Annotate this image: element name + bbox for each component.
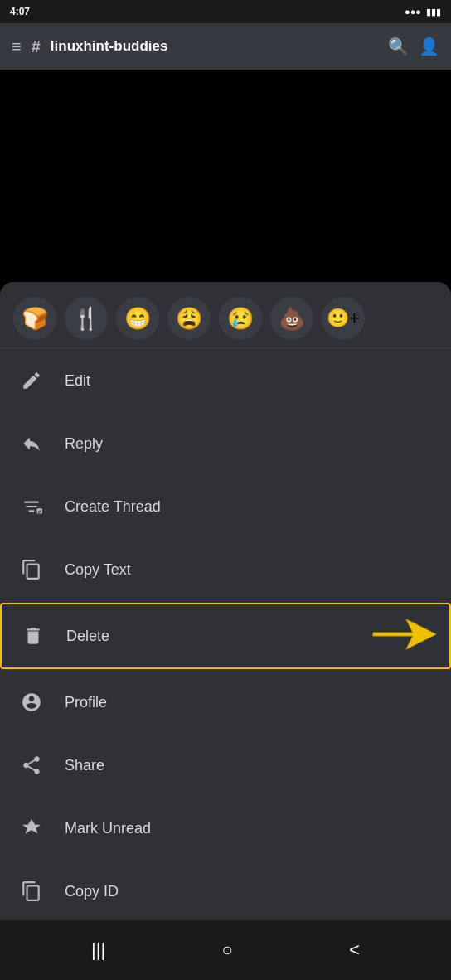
mark-unread-menu-item[interactable]: Mark Unread bbox=[0, 797, 451, 860]
reply-menu-item[interactable]: Reply bbox=[0, 412, 451, 475]
emoji-reaction-row: 🍞 🍴 😁 😩 😢 💩 🙂+ bbox=[0, 282, 451, 349]
members-icon[interactable]: 👤 bbox=[419, 36, 439, 56]
bottom-nav-bar: ||| ○ < bbox=[0, 920, 451, 980]
chat-area bbox=[0, 70, 451, 282]
arrow-annotation bbox=[370, 616, 436, 656]
edit-label: Edit bbox=[65, 372, 90, 390]
profile-icon bbox=[17, 687, 46, 717]
copy-id-icon bbox=[17, 876, 46, 906]
emoji-fork[interactable]: 🍴 bbox=[65, 297, 108, 340]
profile-menu-item[interactable]: Profile bbox=[0, 671, 451, 734]
create-thread-menu-item[interactable]: # Create Thread bbox=[0, 475, 451, 538]
reply-label: Reply bbox=[65, 435, 103, 453]
signal-icon: ●●● bbox=[405, 7, 421, 17]
copy-id-menu-item[interactable]: Copy ID bbox=[0, 860, 451, 923]
profile-label: Profile bbox=[65, 694, 107, 711]
delete-menu-item[interactable]: Delete bbox=[0, 603, 451, 669]
share-icon bbox=[17, 750, 46, 780]
edit-menu-item[interactable]: Edit bbox=[0, 349, 451, 412]
create-thread-label: Create Thread bbox=[65, 498, 161, 516]
status-bar: 4:07 ●●● ▮▮▮ bbox=[0, 0, 451, 23]
back-button[interactable]: < bbox=[349, 939, 360, 961]
emoji-poop[interactable]: 💩 bbox=[270, 297, 313, 340]
status-time: 4:07 bbox=[10, 6, 30, 17]
emoji-grin[interactable]: 😁 bbox=[116, 297, 159, 340]
thread-icon: # bbox=[17, 492, 46, 522]
channel-title: linuxhint-buddies bbox=[51, 38, 378, 55]
recent-apps-button[interactable]: ||| bbox=[91, 939, 105, 961]
share-label: Share bbox=[65, 757, 104, 774]
delete-label: Delete bbox=[66, 628, 109, 645]
reply-icon bbox=[17, 429, 46, 458]
emoji-cry[interactable]: 😢 bbox=[219, 297, 262, 340]
mark-unread-label: Mark Unread bbox=[65, 820, 151, 837]
nav-bar: ≡ # linuxhint-buddies 🔍 👤 bbox=[0, 23, 451, 70]
copy-text-icon bbox=[17, 555, 46, 585]
battery-icon: ▮▮▮ bbox=[426, 7, 441, 17]
home-button[interactable]: ○ bbox=[221, 939, 232, 961]
context-menu: 🍞 🍴 😁 😩 😢 💩 🙂+ Edit Reply # bbox=[0, 282, 451, 980]
emoji-weary[interactable]: 😩 bbox=[167, 297, 211, 340]
svg-text:#: # bbox=[38, 509, 41, 515]
search-icon[interactable]: 🔍 bbox=[388, 36, 409, 56]
pencil-icon bbox=[17, 366, 46, 395]
add-emoji-button[interactable]: 🙂+ bbox=[322, 297, 365, 340]
status-icons: ●●● ▮▮▮ bbox=[405, 7, 441, 17]
hamburger-icon[interactable]: ≡ bbox=[12, 37, 22, 56]
share-menu-item[interactable]: Share bbox=[0, 734, 451, 797]
copy-text-menu-item[interactable]: Copy Text bbox=[0, 538, 451, 601]
trash-icon bbox=[18, 621, 48, 651]
bookmark-icon bbox=[17, 813, 46, 843]
copy-id-label: Copy ID bbox=[65, 883, 119, 900]
emoji-bread[interactable]: 🍞 bbox=[13, 297, 56, 340]
copy-text-label: Copy Text bbox=[65, 561, 131, 579]
svg-marker-2 bbox=[373, 619, 436, 649]
channel-hash-icon: # bbox=[32, 37, 41, 56]
